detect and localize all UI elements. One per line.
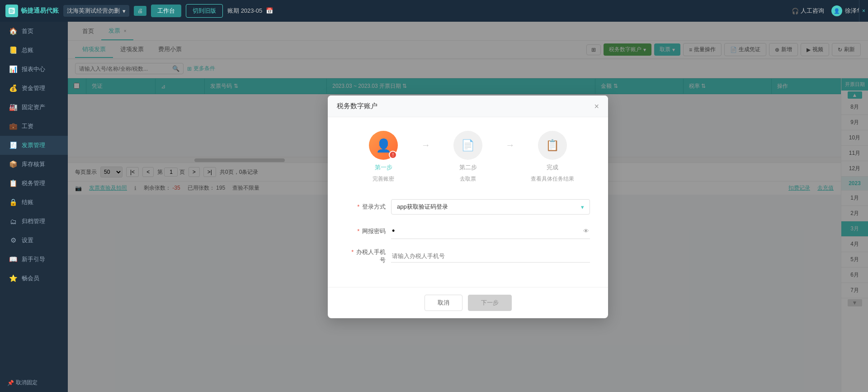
step-1-badge: ! — [389, 151, 397, 159]
login-method-select[interactable]: app获取验证码登录 ▾ — [391, 199, 590, 215]
sidebar-label-reports: 报表中心 — [22, 65, 45, 73]
sidebar-label-tax: 税务管理 — [22, 179, 45, 187]
sidebar-label-home: 首页 — [22, 27, 33, 35]
required-mark: * — [351, 249, 354, 255]
logo-icon — [5, 5, 18, 17]
step-2-doc-icon: 📄 — [461, 139, 475, 152]
next-button[interactable]: 下一步 — [468, 295, 512, 311]
sidebar-item-member[interactable]: ⭐ 畅会员 — [0, 269, 68, 288]
assets-icon: 🏭 — [9, 103, 17, 111]
sidebar-label-invoice: 发票管理 — [22, 141, 45, 149]
ledger-icon: 📒 — [9, 46, 17, 54]
calendar-icon[interactable]: 📅 — [266, 7, 273, 14]
top-bar: 畅捷通易代账 沈海英测试经营勿删 ▾ 🖨 工作台 切到旧版 账期 2023-05… — [0, 0, 868, 22]
switch-version-button[interactable]: 切到旧版 — [186, 4, 223, 18]
phone-input-wrap — [391, 250, 590, 263]
tax-icon: 📋 — [9, 179, 17, 187]
content-area: 首页 发票 × 销项发票 进项发票 费用小票 ⊞ — [68, 22, 868, 392]
step-2-label: 第二步 — [459, 163, 477, 172]
chevron-down-icon: ▾ — [123, 8, 126, 14]
step-1: 👤 ! 第一步 完善账密 — [346, 131, 421, 183]
home-icon: 🏠 — [9, 27, 17, 35]
cancel-button[interactable]: 取消 — [425, 295, 462, 311]
company-selector[interactable]: 沈海英测试经营勿删 ▾ — [63, 5, 129, 17]
step-2-desc: 去取票 — [460, 175, 476, 183]
sidebar-label-ledger: 总账 — [22, 46, 33, 54]
step-1-desc: 完善账密 — [373, 175, 394, 183]
print-icon-btn[interactable]: 🖨 — [134, 6, 146, 16]
step-3-desc: 查看具体任务结果 — [531, 175, 574, 183]
collapse-btn[interactable]: × — [859, 0, 868, 22]
sidebar-label-guide: 新手引导 — [22, 255, 45, 263]
sidebar-item-guide[interactable]: 📖 新手引导 — [0, 250, 68, 269]
funds-icon: 💰 — [9, 84, 17, 92]
step-3-clipboard-icon: 📋 — [546, 139, 559, 152]
modal-overlay: 税务数字账户 × 👤 ! 第一步 — [68, 22, 868, 392]
sidebar-item-archive[interactable]: 🗂 归档管理 — [0, 212, 68, 231]
reports-icon: 📊 — [9, 65, 17, 73]
member-icon: ⭐ — [9, 274, 17, 282]
sidebar-item-home[interactable]: 🏠 首页 — [0, 22, 68, 41]
sidebar-item-reports[interactable]: 📊 报表中心 — [0, 60, 68, 79]
sidebar-item-close[interactable]: 🔒 结账 — [0, 193, 68, 212]
select-chevron-icon: ▾ — [581, 204, 584, 210]
phone-control — [391, 250, 590, 263]
sidebar-label-member: 畅会员 — [22, 274, 39, 282]
modal-body: 👤 ! 第一步 完善账密 → 📄 — [328, 117, 608, 287]
app-title: 畅捷通易代账 — [21, 7, 59, 15]
phone-label: * 办税人手机号 — [346, 248, 391, 264]
step-arrow-2: → — [505, 131, 514, 150]
sidebar-item-settings[interactable]: ⚙ 设置 — [0, 231, 68, 250]
step-1-label: 第一步 — [375, 163, 392, 172]
modal-close-button[interactable]: × — [594, 102, 599, 110]
sidebar-item-invoice[interactable]: 🧾 发票管理 — [0, 136, 68, 155]
sidebar-item-ledger[interactable]: 📒 总账 — [0, 41, 68, 60]
password-row: * 网报密码 👁 — [346, 224, 590, 239]
modal-title: 税务数字账户 — [337, 102, 377, 110]
top-bar-right: 🎧 人工咨询 👤 徐泽华 — [792, 5, 863, 16]
sidebar-item-payroll[interactable]: 💼 工资 — [0, 117, 68, 136]
inventory-icon: 📦 — [9, 160, 17, 168]
close-account-icon: 🔒 — [9, 198, 17, 206]
user-avatar[interactable]: 👤 徐泽华 — [831, 5, 863, 16]
cancel-fixed-button[interactable]: 📌 取消固定 — [0, 373, 68, 392]
sidebar-label-assets: 固定资产 — [22, 103, 45, 111]
eye-icon[interactable]: 👁 — [583, 228, 589, 234]
password-input-wrap: 👁 — [391, 224, 590, 239]
sidebar-label-close: 结账 — [22, 198, 33, 206]
invoice-icon: 🧾 — [9, 141, 17, 149]
payroll-icon: 💼 — [9, 122, 17, 130]
login-method-row: * 登录方式 app获取验证码登录 ▾ — [346, 199, 590, 215]
step-3-label: 完成 — [547, 163, 558, 172]
period-label: 账期 2023-05 📅 — [227, 7, 273, 15]
archive-icon: 🗂 — [9, 217, 17, 225]
sidebar-label-settings: 设置 — [22, 236, 33, 244]
sidebar-label-funds: 资金管理 — [22, 84, 45, 92]
step-3: 📋 完成 查看具体任务结果 — [514, 131, 590, 183]
sidebar-item-tax[interactable]: 📋 税务管理 — [0, 174, 68, 193]
step-1-icon: 👤 ! — [369, 131, 398, 160]
support-button[interactable]: 🎧 人工咨询 — [792, 7, 824, 15]
sidebar-item-assets[interactable]: 🏭 固定资产 — [0, 98, 68, 117]
guide-icon: 📖 — [9, 255, 17, 263]
workspace-button[interactable]: 工作台 — [151, 5, 181, 17]
avatar-icon: 👤 — [831, 5, 842, 16]
step-arrow-1: → — [421, 131, 430, 150]
phone-row: * 办税人手机号 — [346, 248, 590, 264]
step-2: 📄 第二步 去取票 — [430, 131, 506, 183]
steps-row: 👤 ! 第一步 完善账密 → 📄 — [346, 131, 590, 183]
password-control: 👁 — [391, 224, 590, 239]
password-input[interactable] — [392, 226, 583, 236]
sidebar-item-inventory[interactable]: 📦 库存核算 — [0, 155, 68, 174]
sidebar-item-funds[interactable]: 💰 资金管理 — [0, 79, 68, 98]
required-mark: * — [357, 228, 359, 234]
sidebar-label-payroll: 工资 — [22, 122, 33, 130]
modal-header: 税务数字账户 × — [328, 96, 608, 117]
modal-footer: 取消 下一步 — [328, 287, 608, 318]
headset-icon: 🎧 — [792, 8, 799, 14]
login-method-control: app获取验证码登录 ▾ — [391, 199, 590, 215]
login-method-label: * 登录方式 — [346, 203, 391, 211]
phone-input[interactable] — [392, 253, 589, 259]
company-name: 沈海英测试经营勿删 — [67, 7, 120, 15]
pin-icon: 📌 — [7, 380, 14, 386]
